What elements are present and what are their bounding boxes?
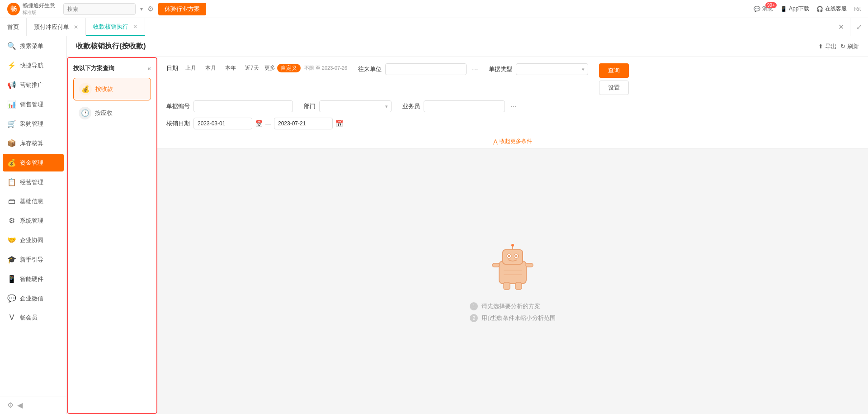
date-field: 日期 上月 本月 本年 近7天 更多 自定义 不限 至 2023-07-26 <box>166 63 347 73</box>
sidebar-item-guide[interactable]: 🎓 新手引导 <box>0 250 66 269</box>
counterpart-input[interactable] <box>385 63 467 75</box>
hint-num-1: 1 <box>470 302 478 310</box>
database-icon: 🗃 <box>7 197 16 205</box>
date-last-7days-btn[interactable]: 近7天 <box>241 63 263 73</box>
search-icon: 🔍 <box>7 42 16 50</box>
sidebar-item-inventory[interactable]: 📦 库存核算 <box>0 133 66 153</box>
clipboard-icon: 📋 <box>7 178 16 186</box>
staff-label: 业务员 <box>402 102 420 110</box>
verify-date-range: 📅 — 📅 <box>193 118 343 129</box>
dropdown-arrow-icon[interactable]: ▾ <box>140 6 143 12</box>
sidebar-item-enterprise[interactable]: 🤝 企业协同 <box>0 230 66 250</box>
filter-row-3: 核销日期 📅 — 📅 <box>166 118 859 129</box>
svg-point-5 <box>515 255 518 257</box>
solution-button[interactable]: 休验行业方案 <box>158 3 206 15</box>
settings-button[interactable]: 设置 <box>599 81 629 95</box>
sidebar-item-system[interactable]: ⚙ 系统管理 <box>0 211 66 230</box>
date-sep: — <box>265 120 271 127</box>
counterpart-dots[interactable]: ··· <box>472 65 478 73</box>
sidebar-settings-icon[interactable]: ⚙ <box>7 401 14 409</box>
brand-info: 畅捷通好生意 标准版 <box>23 2 55 16</box>
date-last-month-btn[interactable]: 上月 <box>182 63 200 73</box>
sidebar-item-purchase[interactable]: 🛒 采购管理 <box>0 114 66 133</box>
sidebar-item-search[interactable]: 🔍 搜索菜单 <box>0 36 66 56</box>
online-service-item[interactable]: 🎧 在线客服 <box>816 5 847 13</box>
calendar-end-icon[interactable]: 📅 <box>335 120 343 127</box>
expand-tabs-button[interactable]: ⤢ <box>850 18 868 36</box>
page-header: 收款核销执行(按收款) ⬆ 导出 ↻ 刷新 <box>67 36 868 57</box>
dept-label: 部门 <box>304 102 316 110</box>
close-all-tabs-button[interactable]: ✕ <box>832 18 850 36</box>
tab-prepay-label: 预付冲应付单 <box>34 23 69 31</box>
message-item[interactable]: 💬 消息 99+ <box>754 5 773 13</box>
doc-number-field: 单据编号 <box>166 100 293 112</box>
verify-date-end-input[interactable] <box>274 118 333 129</box>
tab-home[interactable]: 首页 <box>0 18 27 36</box>
date-this-month-btn[interactable]: 本月 <box>202 63 220 73</box>
sidebar-item-sales[interactable]: 📊 销售管理 <box>0 95 66 114</box>
search-input[interactable] <box>63 3 136 15</box>
export-icon: ⬆ <box>818 43 823 50</box>
app-download-label: App下载 <box>789 5 809 13</box>
sidebar-collapse-icon[interactable]: ◀ <box>17 401 23 409</box>
sidebar-item-quick-nav[interactable]: ⚡ 快捷导航 <box>0 56 66 75</box>
hint-text-2: 用[过滤]条件来缩小分析范围 <box>481 314 555 322</box>
sidebar-item-hardware-label: 智能硬件 <box>20 275 43 283</box>
sidebar-item-management[interactable]: 📋 经营管理 <box>0 172 66 192</box>
refresh-label: 刷新 <box>847 43 859 51</box>
message-icon: 💬 <box>754 6 760 12</box>
verify-date-start-input[interactable] <box>193 118 252 129</box>
tab-collection[interactable]: 收款核销执行 ✕ <box>86 18 145 36</box>
staff-dots[interactable]: ··· <box>510 102 516 110</box>
date-this-year-btn[interactable]: 本年 <box>222 63 240 73</box>
filter-option-by-receipt[interactable]: 💰 按收款 <box>73 78 151 100</box>
doc-number-input[interactable] <box>193 100 293 112</box>
tab-collection-label: 收款核销执行 <box>93 23 128 31</box>
page-header-actions: ⬆ 导出 ↻ 刷新 <box>818 43 859 56</box>
empty-illustration <box>486 241 540 295</box>
refresh-button[interactable]: ↻ 刷新 <box>840 43 859 51</box>
app-download-item[interactable]: 📱 App下载 <box>780 5 809 13</box>
calendar-start-icon[interactable]: 📅 <box>255 120 263 127</box>
sidebar-item-finance[interactable]: 💰 资金管理 <box>3 154 64 171</box>
brand-name: 畅捷通好生意 <box>23 2 55 10</box>
tab-prepay-close-icon[interactable]: ✕ <box>74 24 78 30</box>
svg-rect-9 <box>526 263 533 267</box>
doc-type-label: 单据类型 <box>489 65 512 73</box>
dept-select[interactable] <box>319 100 392 112</box>
sidebar-item-guide-label: 新手引导 <box>20 256 43 264</box>
cart-icon: 🛒 <box>7 119 16 128</box>
filter-option-by-receivable[interactable]: 🕐 按应收 <box>73 102 151 124</box>
doc-type-select[interactable] <box>516 63 588 75</box>
collapse-more-btn[interactable]: ⋀ 收起更多条件 <box>166 135 859 148</box>
sidebar-item-weixin[interactable]: 💬 企业微信 <box>0 289 66 308</box>
sidebar-item-hardware[interactable]: 📱 智能硬件 <box>0 269 66 289</box>
filter-right-content: 日期 上月 本月 本年 近7天 更多 自定义 不限 至 2023-07-26 <box>157 57 868 414</box>
user-name[interactable]: Rit <box>854 6 861 12</box>
collapse-more-label: 收起更多条件 <box>500 138 532 145</box>
date-label: 日期 <box>166 64 178 72</box>
svg-rect-1 <box>503 250 523 264</box>
sidebar-item-marketing[interactable]: 📢 营销推广 <box>0 75 66 95</box>
date-range-text: 不限 至 2023-07-26 <box>304 65 347 71</box>
vip-icon: V <box>7 314 16 322</box>
settings-icon[interactable]: ⚙ <box>147 5 154 13</box>
date-custom-btn[interactable]: 自定义 <box>277 64 301 72</box>
left-panel-collapse-icon[interactable]: « <box>147 65 151 72</box>
handshake-icon: 🤝 <box>7 236 16 244</box>
sidebar-item-basic-info[interactable]: 🗃 基础信息 <box>0 192 66 211</box>
query-button[interactable]: 查询 <box>599 63 629 78</box>
tab-prepay[interactable]: 预付冲应付单 ✕ <box>27 18 86 36</box>
sidebar-item-purchase-label: 采购管理 <box>20 120 43 128</box>
filter-row-1: 日期 上月 本月 本年 近7天 更多 自定义 不限 至 2023-07-26 <box>166 63 859 95</box>
export-button[interactable]: ⬆ 导出 <box>818 43 837 51</box>
date-more-btn[interactable]: 更多 <box>264 64 275 72</box>
service-label: 在线客服 <box>825 5 847 13</box>
tab-collection-close-icon[interactable]: ✕ <box>133 24 137 30</box>
megaphone-icon: 📢 <box>7 81 16 89</box>
sidebar-item-marketing-label: 营销推广 <box>20 81 43 89</box>
topbar-right: 💬 消息 99+ 📱 App下载 🎧 在线客服 Rit <box>754 5 861 13</box>
sidebar-item-vip[interactable]: V 畅会员 <box>0 308 66 327</box>
staff-input[interactable] <box>424 100 505 112</box>
filter-area: 日期 上月 本月 本年 近7天 更多 自定义 不限 至 2023-07-26 <box>157 57 868 148</box>
